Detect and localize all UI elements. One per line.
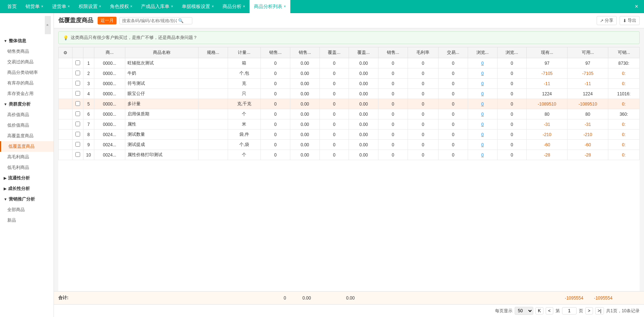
table-cell-checkbox[interactable] <box>72 109 83 119</box>
table-cell-browse1[interactable]: 0 <box>468 140 497 150</box>
table-cell-browse1[interactable]: 0 <box>468 89 497 99</box>
table-cell-available: 1224 <box>568 89 608 99</box>
current-page-input[interactable] <box>562 307 577 314</box>
col-sales-rate[interactable]: 销售... <box>378 47 408 58</box>
table-cell-checkbox[interactable] <box>72 79 83 89</box>
sidebar-section-marketing[interactable]: ▼ 营销推广分析 <box>0 194 54 205</box>
row-checkbox[interactable] <box>75 132 80 136</box>
table-cell-browse1[interactable]: 0 <box>468 79 497 89</box>
col-spec[interactable]: 规格... <box>198 47 228 58</box>
sidebar-item-traded-goods[interactable]: 交易过的商品 <box>0 57 54 67</box>
col-sales-amt[interactable]: 销售... <box>290 47 319 58</box>
nav-permission[interactable]: 权限设置 × <box>74 0 106 13</box>
col-cov1[interactable]: 覆盖... <box>319 47 349 58</box>
table-cell-cov1: 0 <box>319 130 349 140</box>
sidebar-item-high-profit[interactable]: 高毛利商品 <box>0 152 54 162</box>
sidebar-item-low-profit[interactable]: 低毛利商品 <box>0 162 54 173</box>
search-icon[interactable]: 🔍 <box>178 18 184 23</box>
table-cell-checkbox[interactable] <box>72 58 83 68</box>
sidebar-item-low-value[interactable]: 低价值商品 <box>0 120 54 131</box>
table-cell-checkbox[interactable] <box>72 89 83 99</box>
col-browse1[interactable]: 浏览... <box>468 47 497 58</box>
col-code[interactable]: 商... <box>94 47 125 58</box>
summary-sales-qty: 0 <box>274 296 296 301</box>
sidebar-item-stocked-goods[interactable]: 有库存的商品 <box>0 78 54 88</box>
table-cell-checkbox[interactable] <box>72 99 83 109</box>
last-page-btn[interactable]: >| <box>595 307 604 314</box>
sidebar-section-growth[interactable]: ▶ 成长性分析 <box>0 183 54 194</box>
first-page-btn[interactable]: K <box>535 307 543 314</box>
sidebar-item-high-value[interactable]: 高价值商品 <box>0 110 54 120</box>
table-cell-browse2: 0 <box>497 68 527 79</box>
table-cell-checkbox[interactable] <box>72 140 83 150</box>
sidebar-item-new-goods[interactable]: 新品 <box>0 215 54 226</box>
col-available[interactable]: 可用... <box>568 47 608 58</box>
table-cell-checkbox[interactable] <box>72 119 83 130</box>
close-all-btn[interactable]: × <box>632 3 641 10</box>
next-page-btn[interactable]: > <box>585 307 593 314</box>
nav-role[interactable]: 角色授权 × <box>106 0 137 13</box>
sidebar-item-all-goods[interactable]: 全部商品 <box>0 205 54 215</box>
table-cell-cov1: 0 <box>319 140 349 150</box>
per-page-select[interactable]: 50 20 100 <box>515 307 533 315</box>
nav-purchase[interactable]: 进货单 × <box>48 0 74 13</box>
chevron-down-icon: ▼ <box>4 102 7 106</box>
row-checkbox[interactable] <box>75 81 80 86</box>
table-cell-browse1[interactable]: 0 <box>468 99 497 109</box>
col-cov2[interactable]: 覆盖... <box>349 47 378 58</box>
sidebar-item-sales-goods[interactable]: 销售类商品 <box>0 46 54 57</box>
date-filter-btn[interactable]: 近一月 <box>98 17 117 24</box>
table-cell-browse1[interactable]: 0 <box>468 119 497 130</box>
nav-product-in[interactable]: 产成品入库单 × <box>137 0 177 13</box>
content-area: 低覆盖度商品 近一月 🔍 ↗ 分享 ⬇ 导出 💡 这类商品只有很少客户购买过，是… <box>54 13 644 317</box>
nav-template[interactable]: 单据模板设置 × <box>177 0 218 13</box>
col-browse2[interactable]: 浏览... <box>497 47 527 58</box>
prev-page-btn[interactable]: < <box>546 307 553 314</box>
nav-sales[interactable]: 销货单 × <box>21 0 48 13</box>
table-cell-browse1[interactable]: 0 <box>468 58 497 68</box>
export-icon: ⬇ <box>623 18 627 23</box>
table-cell-checkbox[interactable] <box>72 130 83 140</box>
sidebar-section-flow[interactable]: ▶ 流通性分析 <box>0 173 54 183</box>
row-checkbox[interactable] <box>75 152 80 157</box>
row-checkbox[interactable] <box>75 71 80 75</box>
row-checkbox[interactable] <box>75 142 80 147</box>
export-btn[interactable]: ⬇ 导出 <box>620 16 640 25</box>
nav-goods-analysis[interactable]: 商品分析 × <box>218 0 250 13</box>
col-settings[interactable]: ⚙ <box>59 47 72 58</box>
table-cell-trans: 0 <box>439 109 468 119</box>
table-cell-saleable: 0: <box>608 150 640 160</box>
row-checkbox[interactable] <box>75 60 80 65</box>
table-cell-checkbox[interactable] <box>72 150 83 160</box>
share-btn[interactable]: ↗ 分享 <box>597 16 617 25</box>
nav-goods-analysis-list[interactable]: 商品分析列表 × <box>250 0 290 13</box>
table-cell-code: 0000... <box>94 109 125 119</box>
col-sales-qty[interactable]: 销售... <box>261 47 290 58</box>
col-unit[interactable]: 计量... <box>228 47 261 58</box>
table-cell-browse1[interactable]: 0 <box>468 109 497 119</box>
table-cell-unit: 袋,件 <box>228 130 261 140</box>
sidebar-item-stock-capital[interactable]: 库存资金占用 <box>0 88 54 99</box>
table-cell-current: 97 <box>527 58 568 68</box>
col-saleable[interactable]: 可销... <box>608 47 640 58</box>
sidebar-item-high-coverage[interactable]: 高覆盖度商品 <box>0 131 54 141</box>
table-cell-browse1[interactable]: 0 <box>468 150 497 160</box>
row-checkbox[interactable] <box>75 91 80 96</box>
table-cell-browse1[interactable]: 0 <box>468 130 497 140</box>
sidebar-item-category-rate[interactable]: 商品分类动销率 <box>0 67 54 78</box>
table-cell-browse1[interactable]: 0 <box>468 68 497 79</box>
nav-home[interactable]: 首页 <box>3 0 21 13</box>
row-checkbox[interactable] <box>75 101 80 106</box>
sidebar-section-overall[interactable]: ▼ 整体信息 <box>0 36 54 46</box>
col-current[interactable]: 现有... <box>527 47 568 58</box>
search-input[interactable] <box>122 18 177 23</box>
sidebar-collapse-btn[interactable]: « <box>45 16 51 34</box>
col-gross[interactable]: 毛利率 <box>408 47 438 58</box>
sidebar-section-cluster[interactable]: ▼ 类群度分析 <box>0 99 54 110</box>
col-transaction[interactable]: 交易... <box>439 47 468 58</box>
table-cell-checkbox[interactable] <box>72 68 83 79</box>
row-checkbox[interactable] <box>75 122 80 126</box>
sidebar-item-low-coverage[interactable]: 低覆盖度商品 <box>0 141 54 152</box>
table-cell-cov1: 0 <box>319 119 349 130</box>
row-checkbox[interactable] <box>75 111 80 116</box>
